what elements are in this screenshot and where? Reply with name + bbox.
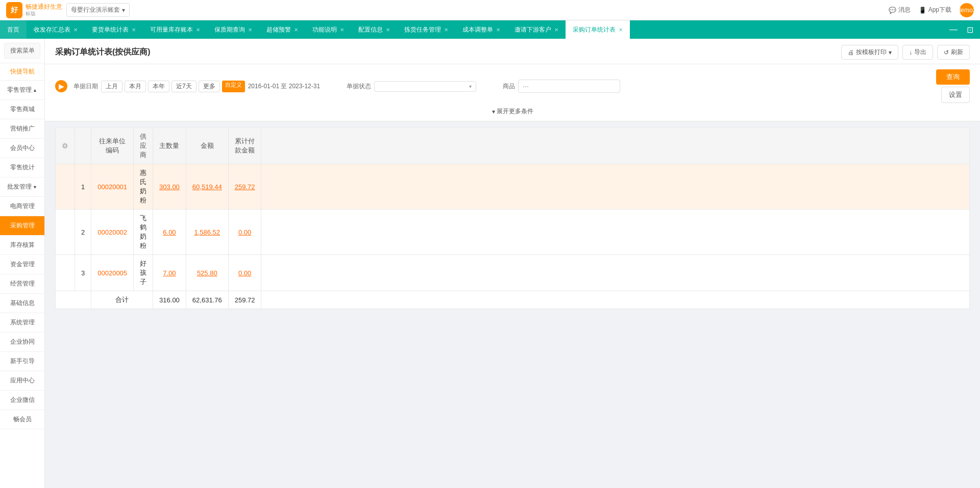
print-button[interactable]: 🖨 按模板打印 ▾	[841, 45, 898, 60]
tab-usable-stock[interactable]: 可用量库存账本 ✕	[143, 20, 207, 39]
export-button[interactable]: ↓ 导出	[902, 45, 933, 60]
tab-pick-task[interactable]: 拣货任务管理 ✕	[397, 20, 455, 39]
close-icon[interactable]: ✕	[74, 27, 78, 33]
nav-minimize-button[interactable]: —	[947, 23, 960, 36]
row-main-qty[interactable]: 7.00	[153, 255, 186, 291]
row-unit-code[interactable]: 00020001	[91, 164, 134, 210]
footer-row: 合计 316.00 62,631.76 259.72	[56, 291, 970, 309]
row-main-qty[interactable]: 303.00	[153, 164, 186, 210]
tab-cost-adjust[interactable]: 成本调整单 ✕	[455, 20, 507, 39]
workspace-selector[interactable]: 母婴行业演示账套 ▾	[66, 3, 130, 17]
sidebar-item-retail-mgmt-label: 零售管理	[7, 86, 32, 94]
expand-filter-button[interactable]: ▶	[55, 80, 67, 92]
sidebar-item-retail-mall[interactable]: 零售商城	[0, 100, 44, 119]
sidebar-item-basic-info[interactable]: 基础信息	[0, 294, 44, 313]
table-header-settings: ⚙	[56, 128, 75, 164]
date-btn-this-month[interactable]: 本月	[125, 81, 146, 92]
row-supplier: 好孩子	[134, 255, 153, 291]
nav-maximize-button[interactable]: ⊡	[964, 23, 976, 36]
status-select[interactable]: ▾	[374, 81, 476, 92]
sidebar-item-member-center[interactable]: 会员中心	[0, 139, 44, 158]
sidebar-item-marketing-label: 营销推广	[10, 124, 35, 133]
close-icon[interactable]: ✕	[386, 27, 390, 33]
tab-over-stock[interactable]: 超储预警 ✕	[259, 20, 305, 39]
row-supplier: 惠氏奶粉	[134, 164, 153, 210]
sidebar-item-ops-mgmt[interactable]: 经营管理	[0, 274, 44, 294]
close-icon[interactable]: ✕	[444, 27, 448, 33]
tab-collect-pay[interactable]: 收发存汇总表 ✕	[27, 20, 85, 39]
sidebar-item-purchase-mgmt[interactable]: 采购管理	[0, 216, 44, 236]
close-icon[interactable]: ✕	[294, 27, 298, 33]
query-button[interactable]: 查询	[936, 69, 970, 85]
expand-more-button[interactable]: ▾ 展开更多条件	[492, 107, 533, 116]
row-extra	[261, 164, 970, 210]
expand-more-icon: ▾	[492, 108, 495, 115]
tab-order-summary[interactable]: 要货单统计表 ✕	[85, 20, 143, 39]
row-paid-amount[interactable]: 0.00	[228, 255, 261, 291]
refresh-button[interactable]: ↺ 刷新	[937, 45, 970, 60]
date-btn-last-month[interactable]: 上月	[101, 81, 122, 92]
filter-row-1: ▶ 单据日期 上月 本月 本年 近7天 更多 自定义 2016-01-01 至 …	[55, 69, 970, 103]
main-content: 采购订单统计表(按供应商) 🖨 按模板打印 ▾ ↓ 导出 ↺ 刷新	[45, 39, 980, 488]
table-row: 1 00020001 惠氏奶粉 303.00 60,519.44 259.72	[56, 164, 970, 210]
row-unit-code[interactable]: 00020002	[91, 210, 134, 255]
goods-select[interactable]: ···	[518, 80, 620, 93]
tab-home[interactable]: 首页	[0, 20, 27, 39]
top-bar-left: 好 畅捷通好生意 标版 母婴行业演示账套 ▾	[6, 2, 130, 18]
date-btn-7days[interactable]: 近7天	[172, 81, 197, 92]
row-amount[interactable]: 1,586.52	[186, 210, 228, 255]
sidebar-item-wholesale-mgmt[interactable]: 批发管理 ▼	[0, 177, 44, 197]
sidebar-item-new-guide[interactable]: 新手引导	[0, 352, 44, 371]
close-icon[interactable]: ✕	[132, 27, 136, 33]
close-icon[interactable]: ✕	[248, 27, 252, 33]
row-paid-amount[interactable]: 0.00	[228, 210, 261, 255]
date-btn-this-year[interactable]: 本年	[148, 81, 169, 92]
sidebar-item-retail-stats[interactable]: 零售统计	[0, 158, 44, 177]
close-icon[interactable]: ✕	[554, 27, 558, 33]
sidebar-item-fund-mgmt[interactable]: 资金管理	[0, 255, 44, 274]
custom-badge: 自定义	[222, 81, 245, 92]
row-unit-code[interactable]: 00020005	[91, 255, 134, 291]
row-amount[interactable]: 60,519.44	[186, 164, 228, 210]
sidebar-item-enterprise-wechat[interactable]: 企业微信	[0, 391, 44, 410]
quick-nav-button[interactable]: 快捷导航	[0, 63, 44, 81]
avatar[interactable]: demo2	[960, 3, 974, 17]
ellipsis-icon[interactable]: ···	[523, 82, 529, 90]
filter-goods-item: 商品 ···	[503, 80, 620, 93]
messages-button[interactable]: 💬 消息	[889, 6, 911, 14]
tab-invite-downstream[interactable]: 邀请下游客户 ✕	[507, 20, 566, 39]
close-icon[interactable]: ✕	[196, 27, 200, 33]
search-menu-button[interactable]: 搜索菜单	[4, 43, 40, 59]
date-btn-more[interactable]: 更多	[199, 81, 220, 92]
row-paid-amount[interactable]: 259.72	[228, 164, 261, 210]
sidebar-item-ecommerce-mgmt-label: 电商管理	[10, 202, 35, 211]
logo-area: 好 畅捷通好生意 标版	[6, 2, 62, 18]
sidebar-item-ecommerce-mgmt[interactable]: 电商管理	[0, 197, 44, 216]
tab-purchase-summary[interactable]: 采购订单统计表 ✕	[566, 20, 630, 39]
sidebar-item-marketing[interactable]: 营销推广	[0, 119, 44, 139]
sidebar-item-sys-mgmt[interactable]: 系统管理	[0, 313, 44, 332]
close-icon[interactable]: ✕	[340, 27, 344, 33]
sidebar-item-app-center[interactable]: 应用中心	[0, 371, 44, 391]
row-main-qty[interactable]: 6.00	[153, 210, 186, 255]
settings-button[interactable]: 设置	[941, 87, 970, 103]
tab-shelf-life[interactable]: 保质期查询 ✕	[207, 20, 259, 39]
sidebar-item-retail-mgmt[interactable]: 零售管理 ▲	[0, 81, 44, 100]
row-settings	[56, 255, 75, 291]
app-download-button[interactable]: 📱 App下载	[919, 6, 951, 14]
row-amount[interactable]: 525.80	[186, 255, 228, 291]
table-header-amount: 金额	[186, 128, 228, 164]
close-icon[interactable]: ✕	[496, 27, 500, 33]
table-header-extra	[261, 128, 970, 164]
tab-func-desc[interactable]: 功能说明 ✕	[305, 20, 351, 39]
tab-config-info[interactable]: 配置信息 ✕	[351, 20, 397, 39]
table-header-paid-amount: 累计付款金额	[228, 128, 261, 164]
sidebar-item-stock-check[interactable]: 库存核算	[0, 236, 44, 255]
sidebar-item-enterprise-collab[interactable]: 企业协同	[0, 332, 44, 352]
sidebar-item-member[interactable]: 畅会员	[0, 410, 44, 429]
close-icon[interactable]: ✕	[619, 27, 623, 33]
row-settings	[56, 210, 75, 255]
row-index: 3	[75, 255, 91, 291]
settings-icon[interactable]: ⚙	[62, 142, 68, 150]
footer-amount: 62,631.76	[186, 291, 228, 309]
